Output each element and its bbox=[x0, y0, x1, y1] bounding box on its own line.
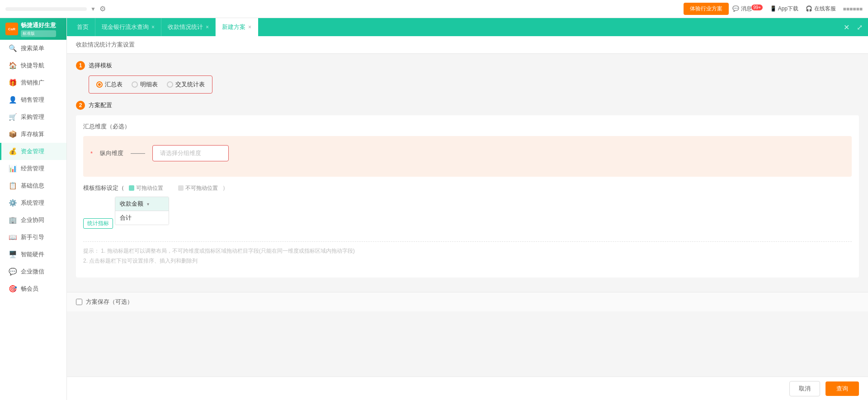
sidebar-item-label: 畅会员 bbox=[21, 285, 38, 293]
close-icon[interactable]: × bbox=[151, 24, 155, 30]
page-header: 收款情况统计方案设置 bbox=[67, 36, 868, 54]
radio-cross[interactable]: 交叉统计表 bbox=[167, 80, 205, 89]
sidebar-item-operations[interactable]: 📊 经营管理 bbox=[0, 160, 66, 177]
step2-title: 方案配置 bbox=[89, 101, 112, 109]
box-icon: 📦 bbox=[9, 130, 17, 138]
metrics-header: 模板指标设定（ 可拖动位置 不可拖动位置 ） bbox=[83, 184, 852, 192]
download-label: App下载 bbox=[778, 5, 798, 12]
tip1-text: 1. 拖动标题栏可以调整布局，不可跨维度或指标区域拖动栏目字段(只能在同一维度或… bbox=[101, 248, 354, 254]
stats-column-name: 收款金额 bbox=[120, 200, 143, 208]
sidebar-item-finance[interactable]: 💰 资金管理 bbox=[0, 143, 66, 160]
radio-summary[interactable]: 汇总表 bbox=[96, 80, 123, 89]
notification-area[interactable]: 💬 消息 99+ bbox=[732, 5, 763, 13]
gear-icon[interactable]: ⚙ bbox=[99, 5, 106, 13]
chevron-down-icon: ▾ bbox=[147, 202, 149, 207]
tab-new-plan-label: 新建方案 bbox=[222, 23, 245, 31]
action-bar: 取消 查询 bbox=[67, 376, 868, 400]
stats-header-row[interactable]: 收款金额 ▾ bbox=[115, 197, 169, 211]
sidebar-item-quick-nav[interactable]: 🏠 快捷导航 bbox=[0, 57, 66, 74]
sidebar-item-basic-info[interactable]: 📋 基础信息 bbox=[0, 177, 66, 194]
metrics-close-paren: ） bbox=[222, 184, 228, 192]
locked-label: 不可拖动位置 bbox=[185, 184, 218, 192]
sidebar-item-label: 采购管理 bbox=[21, 113, 44, 121]
sidebar-item-label: 新手引导 bbox=[21, 233, 44, 241]
tab-receipt-stats-label: 收款情况统计 bbox=[168, 23, 203, 31]
tab-bank-flow-label: 现金银行流水查询 bbox=[102, 23, 149, 31]
search-box[interactable] bbox=[5, 7, 87, 11]
notification-badge: 99+ bbox=[751, 5, 763, 10]
content-area: 首页 现金银行流水查询 × 收款情况统计 × 新建方案 × ✕ ⤢ 收款情况统计… bbox=[67, 18, 868, 400]
sidebar-item-hardware[interactable]: 🖥️ 智能硬件 bbox=[0, 246, 66, 263]
home-icon: 🏠 bbox=[9, 61, 17, 70]
sidebar-item-system[interactable]: ⚙️ 系统管理 bbox=[0, 194, 66, 212]
book-icon: 📖 bbox=[9, 233, 17, 241]
tip-label: 提示： bbox=[83, 248, 99, 254]
locked-badge: 不可拖动位置 bbox=[178, 184, 218, 192]
tab-bank-flow[interactable]: 现金银行流水查询 × bbox=[95, 18, 161, 36]
tab-home[interactable]: 首页 bbox=[71, 18, 95, 36]
tab-new-plan[interactable]: 新建方案 × bbox=[216, 18, 258, 36]
gift-icon: 🎁 bbox=[9, 79, 17, 87]
dimension-select[interactable]: 请选择分组维度 bbox=[152, 145, 229, 161]
online-service[interactable]: 🎧 在线客服 bbox=[806, 5, 835, 13]
settings-icon: ⚙️ bbox=[9, 199, 17, 207]
dimension-section-label: 汇总维度（必选） bbox=[83, 122, 852, 131]
tip1: 提示： 1. 拖动标题栏可以调整布局，不可跨维度或指标区域拖动栏目字段(只能在同… bbox=[83, 246, 852, 256]
close-window-icon[interactable]: ✕ bbox=[842, 23, 851, 32]
dimension-row: * 纵向维度 —— 请选择分组维度 bbox=[90, 145, 844, 161]
dimension-label-text: 汇总维度（必选） bbox=[83, 123, 130, 130]
tab-home-label: 首页 bbox=[77, 23, 89, 31]
stats-body-row: 合计 bbox=[115, 211, 169, 225]
draggable-label: 可拖动位置 bbox=[136, 184, 163, 192]
tips-area: 提示： 1. 拖动标题栏可以调整布局，不可跨维度或指标区域拖动栏目字段(只能在同… bbox=[83, 241, 852, 270]
app-download[interactable]: 📱 App下载 bbox=[770, 5, 798, 13]
locked-dot bbox=[178, 185, 184, 191]
maximize-icon[interactable]: ⤢ bbox=[855, 23, 864, 32]
industry-btn[interactable]: 体验行业方案 bbox=[684, 3, 729, 15]
step1-section: 1 选择模板 汇总表 bbox=[76, 61, 859, 94]
template-selection: 汇总表 明细表 交叉统计表 bbox=[89, 75, 212, 94]
sidebar-item-wechat[interactable]: 💬 企业微信 bbox=[0, 263, 66, 280]
radio-detail-label: 明细表 bbox=[140, 80, 158, 89]
chart-icon: 📊 bbox=[9, 165, 17, 173]
sidebar-item-sales[interactable]: 👤 销售管理 bbox=[0, 91, 66, 108]
sidebar-item-guide[interactable]: 📖 新手引导 bbox=[0, 229, 66, 246]
sidebar-item-label: 基础信息 bbox=[21, 182, 44, 190]
logo-badge: 标准版 bbox=[21, 30, 56, 37]
service-label: 在线客服 bbox=[814, 5, 836, 12]
sidebar-item-label: 企业协同 bbox=[21, 216, 44, 224]
save-plan-label: 方案保存（可选） bbox=[86, 298, 133, 306]
step1-number: 1 bbox=[76, 61, 85, 70]
sidebar-item-enterprise[interactable]: 🏢 企业协同 bbox=[0, 212, 66, 229]
user-icon: 👤 bbox=[9, 96, 17, 104]
sidebar-item-label: 库存核算 bbox=[21, 130, 44, 138]
page-body: 1 选择模板 汇总表 bbox=[67, 54, 868, 292]
member-icon: 🎯 bbox=[9, 285, 17, 293]
sidebar-item-search-menu[interactable]: 🔍 搜索菜单 bbox=[0, 40, 66, 57]
sidebar-item-member[interactable]: 🎯 畅会员 bbox=[0, 280, 66, 297]
radio-detail[interactable]: 明细表 bbox=[132, 80, 158, 89]
notification-label: 消息 bbox=[741, 5, 752, 12]
dimension-required-star: * bbox=[90, 150, 93, 157]
cancel-button[interactable]: 取消 bbox=[789, 381, 820, 396]
close-icon[interactable]: × bbox=[248, 24, 251, 30]
save-plan-checkbox[interactable] bbox=[76, 299, 82, 305]
stats-section-label: 统计指标 bbox=[83, 218, 113, 229]
tab-receipt-stats[interactable]: 收款情况统计 × bbox=[161, 18, 216, 36]
chevron-down-icon: ▼ bbox=[90, 6, 96, 12]
sidebar-item-purchase[interactable]: 🛒 采购管理 bbox=[0, 108, 66, 126]
sidebar-item-inventory[interactable]: 📦 库存核算 bbox=[0, 126, 66, 143]
chat-icon: 💬 bbox=[9, 268, 17, 276]
sidebar-item-marketing[interactable]: 🎁 营销推广 bbox=[0, 74, 66, 91]
stats-table: 收款金额 ▾ 合计 bbox=[115, 197, 169, 225]
header-title: 收款情况统计方案设置 bbox=[76, 41, 135, 48]
radio-cross-label: 交叉统计表 bbox=[175, 80, 205, 89]
query-button[interactable]: 查询 bbox=[826, 381, 859, 396]
stats-area: 统计指标 收款金额 ▾ 合计 bbox=[83, 197, 852, 232]
user-area[interactable]: ■■■■■■ bbox=[843, 6, 863, 12]
monitor-icon: 🖥️ bbox=[9, 250, 17, 259]
close-icon[interactable]: × bbox=[206, 24, 209, 30]
cart-icon: 🛒 bbox=[9, 113, 17, 121]
step1-header: 1 选择模板 bbox=[76, 61, 859, 70]
tab-bar: 首页 现金银行流水查询 × 收款情况统计 × 新建方案 × ✕ ⤢ bbox=[67, 18, 868, 36]
